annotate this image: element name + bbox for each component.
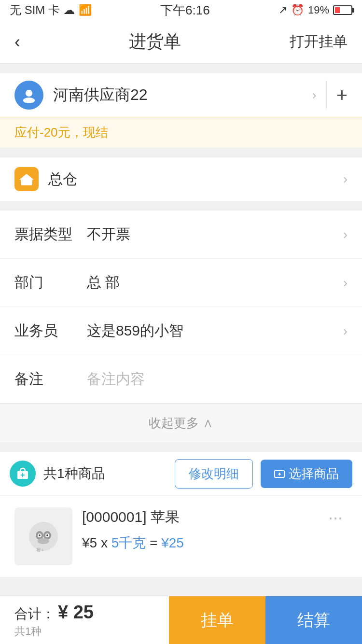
product-header: 共1种商品 修改明细 选择商品 [0,452,362,495]
price-eq: = [146,535,161,550]
product-card: 共1种商品 修改明细 选择商品 [0,452,362,577]
salesperson-value: 这是859的小智 [82,321,343,341]
divider-4 [0,442,362,452]
divider-2 [0,148,362,157]
department-row[interactable]: 部门 总 部 › [0,259,362,307]
total-count: 共1种 [14,624,154,639]
checkout-button[interactable]: 结算 [265,596,362,644]
warehouse-label: 总仓 [48,169,343,189]
status-right: ↗ ⏰ 19% [278,4,352,16]
price-prefix: ¥5 x [82,535,111,550]
product-thumbnail: 餐+ [14,507,72,565]
total-label: 合计： [14,605,55,623]
department-chevron-icon: › [343,275,348,291]
collapse-label: 收起更多 ∧ [149,415,213,432]
bottom-bar: 合计： ¥ 25 共1种 挂单 结算 [0,596,362,644]
warehouse-row[interactable]: 总仓 › [0,157,362,201]
remark-label: 备注 [14,369,82,389]
price-total: ¥25 [161,535,184,550]
product-name: [0000001] 苹果 [82,507,314,527]
svg-point-1 [23,98,35,103]
product-icon [10,461,36,487]
product-item: 餐+ [0000001] 苹果 ¥5 x 5千克 = ¥25 ··· [0,495,362,577]
supplier-divider [326,81,327,110]
sim-label: 无 SIM 卡 ☁ [10,2,75,18]
svg-point-17 [46,534,48,536]
invoice-type-chevron-icon: › [343,227,348,242]
invoice-type-value: 不开票 [82,224,343,244]
warehouse-icon [14,167,39,191]
department-label: 部门 [14,273,82,293]
notice-text: 应付-20元，现结 [14,125,108,140]
status-bar: 无 SIM 卡 ☁ 📶 下午6:16 ↗ ⏰ 19% [0,0,362,20]
more-options-button[interactable]: ··· [323,507,348,528]
invoice-type-row[interactable]: 票据类型 不开票 › [0,210,362,259]
battery-percent: 19% [308,4,329,16]
salesperson-row[interactable]: 业务员 这是859的小智 › [0,307,362,355]
status-time: 下午6:16 [160,2,210,19]
wifi-icon: 📶 [79,4,92,16]
salesperson-label: 业务员 [14,321,82,341]
supplier-name: 河南供应商22 [53,84,312,106]
location-icon: ↗ [278,4,287,16]
svg-point-11 [29,522,58,551]
product-info: [0000001] 苹果 ¥5 x 5千克 = ¥25 [82,507,314,552]
nav-bar: ‹ 进货单 打开挂单 [0,20,362,64]
svg-marker-3 [19,174,34,180]
warehouse-card: 总仓 › [0,157,362,201]
select-product-label: 选择商品 [289,465,339,482]
supplier-row[interactable]: 河南供应商22 › + [0,73,362,117]
remark-value[interactable]: 备注内容 [82,369,348,389]
invoice-type-label: 票据类型 [14,224,82,244]
supplier-card: 河南供应商22 › + 应付-20元，现结 [0,73,362,148]
remark-row[interactable]: 备注 备注内容 [0,355,362,404]
supplier-avatar [14,81,43,110]
total-amount: ¥ 25 [58,602,94,623]
edit-detail-button[interactable]: 修改明细 [175,459,253,489]
open-hang-button[interactable]: 打开挂单 [290,32,348,52]
svg-point-18 [38,538,49,544]
alarm-icon: ⏰ [291,4,304,16]
department-value: 总 部 [82,273,343,293]
product-count: 共1种商品 [43,464,167,483]
total-section: 合计： ¥ 25 共1种 [0,602,169,639]
notice-bar: 应付-20元，现结 [0,117,362,148]
salesperson-chevron-icon: › [343,323,348,339]
page-title: 进货单 [129,30,181,54]
price-qty: 5千克 [111,535,146,550]
svg-rect-4 [24,181,29,185]
product-price: ¥5 x 5千克 = ¥25 [82,534,314,552]
select-product-button[interactable]: 选择商品 [261,460,352,488]
svg-text:餐+: 餐+ [36,547,44,553]
divider-3 [0,201,362,210]
divider-1 [0,64,362,73]
svg-point-16 [39,534,41,536]
battery-icon [333,5,352,15]
back-button[interactable]: ‹ [14,32,20,52]
add-supplier-button[interactable]: + [336,84,348,106]
warehouse-chevron-icon: › [343,171,348,187]
collapse-row[interactable]: 收起更多 ∧ [0,404,362,442]
svg-point-0 [26,90,32,97]
status-left: 无 SIM 卡 ☁ 📶 [10,2,92,18]
supplier-chevron-icon: › [312,87,316,103]
main-content: 河南供应商22 › + 应付-20元，现结 总仓 › [0,64,362,625]
form-card: 票据类型 不开票 › 部门 总 部 › 业务员 这是859的小智 › 备注 备注… [0,210,362,442]
hang-order-button[interactable]: 挂单 [169,596,265,644]
